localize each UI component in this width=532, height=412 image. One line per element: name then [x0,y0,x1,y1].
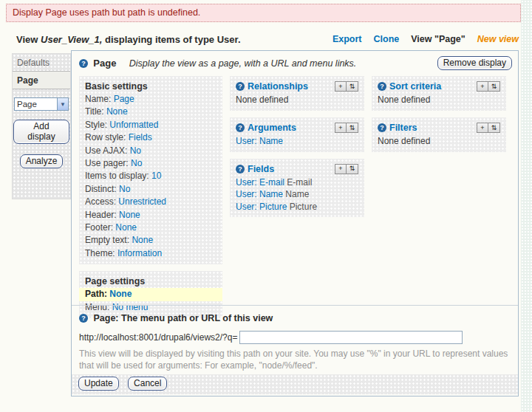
setting-row-row-style: Row style: Fields [85,131,216,144]
help-icon[interactable]: ? [236,165,245,174]
settings-column-3: ? Sort criteria + ⇅ None defined ? Filte… [372,76,506,325]
setting-link[interactable]: Unformatted [109,120,158,130]
add-filter-button[interactable]: + [477,123,488,133]
setting-link[interactable]: None [106,106,128,117]
view-page-link[interactable]: View "Page" [411,34,465,44]
filters-title-link[interactable]: Filters [389,122,477,134]
help-icon[interactable]: ? [236,123,245,132]
setting-link[interactable]: No [130,145,141,156]
view-name: User_View_1, [41,34,102,45]
sort-criteria-title-link[interactable]: Sort criteria [389,80,477,92]
add-relationship-button[interactable]: + [335,81,347,92]
fields-header: ? Fields + ⇅ [236,163,358,175]
relationships-title-link[interactable]: Relationships [248,80,335,92]
display-header: ? Page Display the view as a page, with … [72,51,518,73]
rearrange-arguments-button[interactable]: ⇅ [347,123,358,133]
path-setting-link[interactable]: None [109,289,132,299]
cancel-button[interactable]: Cancel [128,377,167,391]
arguments-title-link[interactable]: Arguments [248,122,335,134]
view-title-suffix: displaying items of type User. [105,34,241,45]
path-form-title: ? Page: The menu path or URL of this vie… [79,313,511,323]
path-settings-form: ? Page: The menu path or URL of this vie… [72,305,518,396]
form-actions-bar: Update Cancel [72,374,518,394]
setting-row-access: Access: Unrestricted [85,196,216,208]
add-argument-button[interactable]: + [335,123,347,133]
field-link[interactable]: User: Picture [236,202,287,212]
page-background-strip [521,0,532,412]
path-input[interactable] [239,331,463,344]
add-field-button[interactable]: + [335,164,347,174]
rearrange-fields-button[interactable]: ⇅ [347,164,358,174]
setting-row-name: Name: Page [85,93,216,106]
display-editor-panel: ? Page Display the view as a page, with … [71,50,519,396]
settings-column-2: ? Relationships + ⇅ None defined ? Argum… [230,76,364,325]
error-message-text: Display Page uses path but path is undef… [13,7,200,18]
clone-link[interactable]: Clone [374,34,400,44]
view-title: View User_View_1, displaying items of ty… [7,34,241,45]
setting-row-distinct: Distinct: No [85,183,216,196]
setting-link[interactable]: No [131,158,142,168]
new-view-link[interactable]: New view [477,34,519,44]
setting-link[interactable]: No [119,184,130,194]
relationships-empty-text: None defined [236,94,358,106]
rearrange-sorts-button[interactable]: ⇅ [488,81,500,92]
analyze-button[interactable]: Analyze [20,154,64,168]
chevron-down-icon: ▼ [57,98,68,110]
help-icon[interactable]: ? [79,314,88,323]
field-row: User: E-mail E-mail [236,176,358,189]
fields-title-link[interactable]: Fields [248,163,335,175]
setting-link[interactable]: Fields [129,132,152,143]
path-form-title-text: Page: The menu path or URL of this view [93,313,273,323]
field-row: User: Picture Picture [236,201,358,213]
fields-actions: + ⇅ [335,164,358,174]
tab-page[interactable]: Page [13,72,70,89]
update-button[interactable]: Update [78,377,119,391]
relationships-actions: + ⇅ [335,81,358,92]
setting-link[interactable]: 10 [151,171,161,181]
export-link[interactable]: Export [332,34,362,44]
remove-display-button[interactable]: Remove display [437,56,512,70]
rearrange-relationships-button[interactable]: ⇅ [347,81,358,92]
setting-row-use-ajax: Use AJAX: No [85,145,216,157]
filters-box: ? Filters + ⇅ None defined [372,117,506,152]
rearrange-filters-button[interactable]: ⇅ [488,123,500,133]
view-action-links: Export Clone View "Page" New view [332,34,522,44]
settings-column-1: Basic settings Name: Page Title: None St… [79,76,222,325]
filters-header: ? Filters + ⇅ [378,122,500,134]
add-sort-button[interactable]: + [477,81,488,92]
display-description: Display the view as a page, with a URL a… [129,58,357,69]
fields-box: ? Fields + ⇅ User: E-mail E-mail User: N… [230,159,364,218]
help-icon[interactable]: ? [378,123,386,132]
arguments-header: ? Arguments + ⇅ [236,122,358,134]
setting-row-header: Header: None [85,209,216,222]
basic-settings-box: Basic settings Name: Page Title: None St… [79,76,222,264]
setting-link[interactable]: None [132,235,153,245]
error-message-banner: Display Page uses path but path is undef… [6,4,521,22]
help-icon[interactable]: ? [378,82,386,91]
setting-link[interactable]: None [119,210,140,220]
display-type-select[interactable]: Page ▼ [14,97,69,111]
view-header: View User_View_1, displaying items of ty… [7,31,522,47]
filters-empty-text: None defined [378,135,500,148]
setting-link[interactable]: Information [117,248,162,258]
setting-row-path: Path: None [79,288,222,301]
sort-criteria-empty-text: None defined [378,94,500,106]
page-settings-title: Page settings [85,275,216,288]
path-help-text: This view will be displayed by visiting … [79,349,515,371]
help-icon[interactable]: ? [236,82,245,91]
field-link[interactable]: User: E-mail [236,177,284,188]
setting-row-items-to-display: Items to display: 10 [85,170,216,182]
basic-settings-title: Basic settings [85,80,216,93]
add-display-button[interactable]: Add display [13,120,69,144]
field-row: User: Name Name [236,188,358,201]
sort-criteria-actions: + ⇅ [477,81,500,92]
argument-link[interactable]: User: Name [236,136,283,146]
tab-defaults[interactable]: Defaults [13,54,70,72]
setting-link[interactable]: None [115,222,137,233]
setting-link[interactable]: Page [114,94,134,104]
relationships-header: ? Relationships + ⇅ [236,80,358,92]
setting-row-theme: Theme: Information [85,247,216,260]
setting-link[interactable]: Unrestricted [118,196,166,207]
field-link[interactable]: User: Name [236,189,283,199]
help-icon[interactable]: ? [79,59,88,68]
